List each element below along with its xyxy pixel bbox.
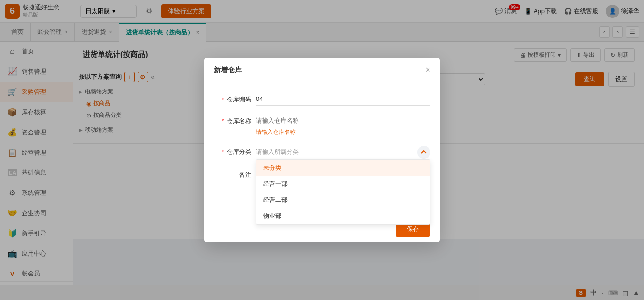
- category-dropdown-trigger[interactable]: 请输入所属分类: [256, 145, 430, 159]
- dropdown-item-property[interactable]: 物业部: [256, 208, 430, 224]
- modal-overlay[interactable]: 新增仓库 × * 仓库编码 * 仓库名称: [0, 0, 644, 300]
- form-category-label: * 仓库分类: [214, 145, 256, 156]
- form-code-control: [256, 92, 430, 106]
- required-star-name: *: [222, 117, 224, 125]
- dropdown-item-uncategorized[interactable]: 未分类: [256, 160, 430, 176]
- modal-close-button[interactable]: ×: [425, 65, 430, 75]
- dropdown-item-dept1[interactable]: 经营一部: [256, 176, 430, 192]
- form-row-name: * 仓库名称 请输入仓库名称: [214, 114, 430, 136]
- new-warehouse-modal: 新增仓库 × * 仓库编码 * 仓库名称: [204, 58, 440, 242]
- form-row-code: * 仓库编码: [214, 92, 430, 106]
- modal-title: 新增仓库: [214, 66, 242, 75]
- form-code-label: * 仓库编码: [214, 92, 256, 104]
- modal-body: * 仓库编码 * 仓库名称 请输入仓库名称: [204, 83, 440, 216]
- required-star-code: *: [222, 96, 224, 103]
- form-name-label: * 仓库名称: [214, 114, 256, 125]
- form-name-control: 请输入仓库名称: [256, 114, 430, 136]
- dropdown-item-dept2[interactable]: 经营二部: [256, 192, 430, 208]
- name-error-msg: 请输入仓库名称: [256, 128, 430, 136]
- category-placeholder: 请输入所属分类: [256, 148, 299, 156]
- warehouse-name-input[interactable]: [256, 114, 430, 127]
- form-remark-label: 备注: [214, 168, 256, 179]
- dropdown-arrow-icon[interactable]: [417, 146, 430, 159]
- category-dropdown-list: 未分类 经营一部 经营二部 物业部: [256, 159, 430, 225]
- form-row-category: * 仓库分类 请输入所属分类 未分类 经营一部: [214, 145, 430, 159]
- chevron-up-icon: [421, 149, 427, 156]
- required-star-category: *: [222, 148, 224, 155]
- warehouse-code-input[interactable]: [256, 92, 430, 106]
- modal-header: 新增仓库 ×: [204, 58, 440, 83]
- form-category-control: 请输入所属分类 未分类 经营一部 经营二部 物业部: [256, 145, 430, 159]
